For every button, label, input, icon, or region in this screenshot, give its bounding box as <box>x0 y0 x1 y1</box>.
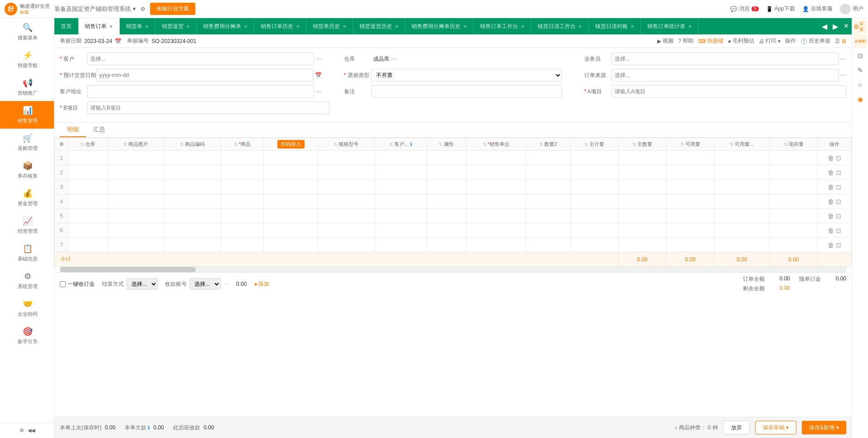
view-video-btn[interactable]: ▶ 视频 <box>657 37 674 45</box>
print-btn[interactable]: 🖨 打印 ▾ <box>759 37 781 45</box>
goods-count-icon[interactable]: ○ <box>674 424 678 431</box>
col-scan[interactable]: 扫码录入 <box>264 138 318 151</box>
tab-close-icon[interactable]: ✕ <box>578 24 582 29</box>
tab-sales-order-history[interactable]: 销售订单历史 ✕ <box>254 18 306 34</box>
save-new-button[interactable]: 保存&新增 ▾ <box>802 421 846 434</box>
customer-addr-input[interactable] <box>87 85 314 98</box>
sidebar-item-basic[interactable]: 📋 基础信息 <box>0 239 54 267</box>
sidebar-item-quicknav[interactable]: ⚡ 快捷导航 <box>0 46 54 73</box>
list-view-icon[interactable]: ☰ <box>835 38 840 44</box>
horizontal-scrollbar[interactable] <box>60 267 846 272</box>
profit-btn[interactable]: ● 毛利预估 <box>728 37 754 45</box>
help-btn[interactable]: ? 帮助 <box>678 37 693 45</box>
row-delete-icon[interactable]: 🗑 <box>828 154 834 162</box>
row-copy-icon[interactable]: ⊡ <box>836 183 841 191</box>
row-delete-icon[interactable]: 🗑 <box>828 183 834 191</box>
tab-reconcile[interactable]: 钱货日清对账 ✕ <box>589 18 641 34</box>
grid-view-icon[interactable]: ⊞ <box>842 38 846 44</box>
row-copy-icon[interactable]: ⊡ <box>836 227 841 234</box>
sidebar-item-sales[interactable]: 📊 销售管理 <box>0 101 54 129</box>
row-copy-icon[interactable]: ⊡ <box>836 241 841 249</box>
tab-close-icon[interactable]: ✕ <box>244 24 247 29</box>
float-settings-btn[interactable]: ⚙ 设置 <box>853 20 867 34</box>
system-name[interactable]: 装备及固定资产辅助管理系统 ▾ <box>54 5 136 13</box>
invoice-type-select[interactable]: 不开票 增值税普通发票 增值税专用发票 <box>371 69 563 82</box>
calendar-icon[interactable]: 📅 <box>115 38 121 44</box>
sidebar-item-finance[interactable]: 💰 资金管理 <box>0 184 54 212</box>
online-service-btn[interactable]: 👤 在线客服 <box>802 5 833 13</box>
warehouse-dots[interactable]: ··· <box>391 55 397 63</box>
tab-detail[interactable]: 明细 <box>60 123 86 137</box>
account-dots[interactable]: ··· <box>224 281 229 287</box>
sidebar-item-inventory[interactable]: 📦 库存核算 <box>0 156 54 184</box>
row-delete-icon[interactable]: 🗑 <box>828 241 834 249</box>
tab-sales-return[interactable]: 销货退货 ✕ <box>155 18 197 34</box>
sidebar-item-system[interactable]: ⚙ 系统管理 <box>0 267 54 294</box>
row-copy-icon[interactable]: ⊡ <box>836 198 841 205</box>
tab-expense-history[interactable]: 销售费用分摊单历史 ✕ <box>405 18 474 34</box>
float-icon-1[interactable]: ⊡ <box>853 49 867 63</box>
float-material-btn[interactable]: + 物料 <box>853 34 867 48</box>
customer-input[interactable] <box>87 53 314 65</box>
order-source-input[interactable] <box>611 69 839 82</box>
tab-stats[interactable]: 销售订单统计表 ✕ <box>641 18 698 34</box>
row-delete-icon[interactable]: 🗑 <box>828 227 834 234</box>
discard-button[interactable]: 放弃 <box>723 421 750 434</box>
row-delete-icon[interactable]: 🗑 <box>828 169 834 176</box>
row-delete-icon[interactable]: 🗑 <box>828 198 834 205</box>
save-draft-button[interactable]: 保存草稿 ▾ <box>755 421 796 434</box>
customer-dots[interactable]: ··· <box>316 55 322 63</box>
sidebar-item-guide[interactable]: 🎯 新手引导 <box>0 322 54 350</box>
staff-dots[interactable]: ··· <box>840 55 846 63</box>
one-click-checkbox[interactable]: 一键收订金 <box>60 280 95 288</box>
sidebar-item-operations[interactable]: 📈 经营管理 <box>0 212 54 239</box>
sidebar-collapse-btn[interactable]: ◀◀ <box>28 428 35 433</box>
remark-input[interactable] <box>371 85 563 98</box>
col-settings[interactable]: ⚙ <box>55 138 68 151</box>
tab-close-icon[interactable]: ✕ <box>395 24 398 29</box>
settlement-select[interactable]: 选择... <box>126 278 158 290</box>
sidebar-item-search[interactable]: 🔍 搜索菜单 <box>0 18 54 46</box>
tab-summary[interactable]: 汇总 <box>86 123 112 137</box>
tab-close-icon[interactable]: ✕ <box>296 24 300 29</box>
shortcut-btn[interactable]: ⌨ 快捷键 <box>698 37 723 45</box>
sidebar-item-collab[interactable]: 🤝 企业协同 <box>0 294 54 322</box>
history-btn[interactable]: 🕐 历史单据 <box>800 37 830 45</box>
tab-workbench[interactable]: 销售订单工作台 ✕ <box>474 18 531 34</box>
sidebar-item-marketing[interactable]: 📢 营销推广 <box>0 73 54 101</box>
b-project-input[interactable] <box>87 101 330 114</box>
message-btn[interactable]: 💬 消息 9 <box>730 5 759 13</box>
operation-btn[interactable]: 操作 <box>785 37 796 45</box>
tab-invoice-history[interactable]: 销货单历史 ✕ <box>306 18 353 34</box>
tab-sales-expense[interactable]: 销售费用分摊单 ✕ <box>197 18 254 34</box>
draft-chevron-icon[interactable]: ▾ <box>786 424 789 431</box>
tab-prev-btn[interactable]: ◀ <box>819 22 830 31</box>
scroll-thumb[interactable] <box>60 267 196 272</box>
tab-sales-order[interactable]: 销售订单 ✕ <box>78 18 120 34</box>
industry-button[interactable]: 体验行业方案 <box>150 3 195 15</box>
add-btn[interactable]: ● 添加 <box>254 280 269 288</box>
delivery-date-input[interactable] <box>96 69 313 82</box>
tab-close-icon[interactable]: ✕ <box>186 24 190 29</box>
one-click-check[interactable] <box>60 281 66 287</box>
addr-dots[interactable]: ··· <box>316 87 322 96</box>
tab-close-icon[interactable]: ✕ <box>630 24 634 29</box>
tab-close-icon[interactable]: ✕ <box>145 24 149 29</box>
float-icon-3[interactable]: ☆ <box>853 78 867 91</box>
tab-sales-invoice[interactable]: 销货单 ✕ <box>120 18 155 34</box>
tab-home[interactable]: 首页 <box>54 18 78 34</box>
tab-return-history[interactable]: 销货退货历史 ✕ <box>353 18 405 34</box>
account-select[interactable]: 选择... <box>189 278 221 290</box>
calendar-icon[interactable]: 📅 <box>315 72 322 78</box>
tab-close-icon[interactable]: ✕ <box>688 24 692 29</box>
save-chevron-icon[interactable]: ▾ <box>836 424 839 431</box>
tab-close-icon[interactable]: ✕ <box>343 24 346 29</box>
row-copy-icon[interactable]: ⊡ <box>836 154 841 162</box>
user-menu[interactable]: 用户 <box>840 4 863 14</box>
float-icon-2[interactable]: ✎ <box>853 63 867 77</box>
staff-input[interactable] <box>611 53 839 65</box>
row-copy-icon[interactable]: ⊡ <box>836 169 841 176</box>
scan-entry-btn[interactable]: 扫码录入 <box>277 140 305 149</box>
tab-next-btn[interactable]: ▶ <box>830 22 841 31</box>
app-download-btn[interactable]: 📱 App下载 <box>766 5 795 13</box>
